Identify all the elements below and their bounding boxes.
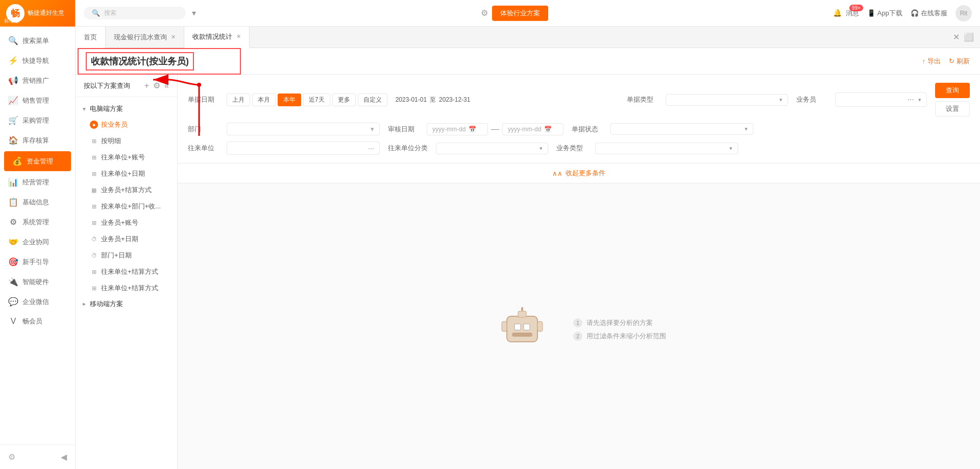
collapse-panel-icon[interactable]: « xyxy=(164,81,169,90)
plan-item-unit-settle1[interactable]: ⊞ 往来单位+结算方式 xyxy=(76,264,177,280)
date-tab-more[interactable]: 更多 xyxy=(332,93,356,106)
date-tab-this-month[interactable]: 本月 xyxy=(252,93,276,106)
gear-plan-icon[interactable]: ⚙ xyxy=(153,81,160,90)
sidebar-item-operations[interactable]: 📊 经营管理 xyxy=(0,172,75,192)
sidebar-item-basic-info[interactable]: 📋 基础信息 xyxy=(0,192,75,212)
sidebar-item-inventory[interactable]: 🏠 库存核算 xyxy=(0,130,75,150)
tab-collection-stats[interactable]: 收款情况统计 ✕ xyxy=(184,27,250,48)
plan-list: ▼ 电脑端方案 ● 按业务员 ⊞ 按明细 ⊞ 往来单位+账号 ⊞ 往来单位 xyxy=(76,97,177,469)
audit-date-to[interactable]: yyyy-mm-dd 📅 xyxy=(502,123,564,135)
close-window-icon[interactable]: ✕ xyxy=(953,32,960,42)
system-icon: ⚙ xyxy=(8,217,18,227)
app-logo: 畅 畅捷通好生意 标准版 xyxy=(0,0,75,27)
date-tab-custom[interactable]: 自定义 xyxy=(358,93,387,106)
plan-item-label: 按来单位+部门+收... xyxy=(101,202,161,211)
sidebar-item-purchase[interactable]: 🛒 采购管理 xyxy=(0,110,75,130)
sidebar-item-enterprise[interactable]: 🤝 企业协同 xyxy=(0,232,75,252)
add-plan-icon[interactable]: + xyxy=(144,81,149,90)
staff-select[interactable]: ··· ▾ xyxy=(835,92,927,107)
plan-item-staff-account[interactable]: ⊞ 业务员+账号 xyxy=(76,215,177,231)
svg-rect-3 xyxy=(512,333,532,337)
plan-item-unit-account[interactable]: ⊞ 往来单位+账号 xyxy=(76,149,177,166)
header-right: 🔔 99+ 消息 📱 App下载 🎧 在线客服 Rit xyxy=(833,5,972,21)
settings-button[interactable]: 设置 xyxy=(935,101,970,116)
expand-arrow-icon: ▼ xyxy=(82,106,87,112)
dept-chevron-icon: ▾ xyxy=(371,125,374,133)
unit-category-select[interactable]: ▾ xyxy=(436,143,548,154)
wechat-icon: 💬 xyxy=(8,297,18,307)
online-service-link[interactable]: 🎧 在线客服 xyxy=(911,9,947,18)
plan-item-by-detail[interactable]: ⊞ 按明细 xyxy=(76,133,177,149)
plan-item-label: 往来单位+日期 xyxy=(101,169,145,178)
sidebar-item-finance[interactable]: 💰 资金管理 xyxy=(4,151,71,171)
date-tab-7days[interactable]: 近7天 xyxy=(303,93,330,106)
settings-icon[interactable]: ⚙ xyxy=(481,8,488,18)
query-button[interactable]: 查询 xyxy=(935,83,970,98)
collapse-sidebar-icon[interactable]: ◀ xyxy=(61,452,67,462)
plan-group-mobile[interactable]: ▼ 移动端方案 xyxy=(76,296,177,312)
plan-group-pc[interactable]: ▼ 电脑端方案 xyxy=(76,101,177,116)
sidebar-item-search[interactable]: 🔍 搜索菜单 xyxy=(0,31,75,51)
plan-item-by-staff[interactable]: ● 按业务员 xyxy=(76,116,177,133)
export-button[interactable]: ↑ 导出 xyxy=(922,57,941,66)
sidebar-item-marketing[interactable]: 📢 营销推广 xyxy=(0,71,75,90)
filter-area: 单据日期 上月 本月 本年 近7天 更多 自定义 2023-01-01 至 20… xyxy=(178,75,980,163)
message-button[interactable]: 🔔 99+ 消息 xyxy=(833,9,859,18)
tab-collection-stats-close[interactable]: ✕ xyxy=(236,33,241,40)
biz-type-label: 业务类型 xyxy=(556,144,587,153)
settings-footer-icon[interactable]: ⚙ xyxy=(8,452,15,462)
plan-item-dept-date[interactable]: ⏱ 部门+日期 xyxy=(76,247,177,264)
unit-account-icon: ⊞ xyxy=(90,153,98,161)
plan-item-staff-settle[interactable]: ▦ 业务员+结算方式 xyxy=(76,182,177,198)
dept-input[interactable]: ▾ xyxy=(227,123,380,135)
refresh-button[interactable]: ↻ 刷新 xyxy=(949,57,970,66)
staff-more-icon[interactable]: ··· xyxy=(905,95,916,104)
plan-item-label: 往来单位+账号 xyxy=(101,153,145,162)
svg-rect-4 xyxy=(518,311,526,317)
type-label: 单据类型 xyxy=(627,95,657,104)
tip-text-2: 用过滤条件来缩小分析范围 xyxy=(586,332,666,341)
filter-row-1: 单据日期 上月 本月 本年 近7天 更多 自定义 2023-01-01 至 20… xyxy=(188,83,970,116)
search-placeholder: 搜索 xyxy=(104,9,116,17)
marketing-icon: 📢 xyxy=(8,76,18,85)
plan-item-staff-date[interactable]: ⏱ 业务员+日期 xyxy=(76,231,177,247)
unit-more-icon[interactable]: ··· xyxy=(368,144,374,152)
audit-label: 审核日期 xyxy=(388,125,419,134)
sidebar-item-system[interactable]: ⚙ 系统管理 xyxy=(0,212,75,232)
tip-num-1: 1 xyxy=(573,318,582,327)
biz-type-select[interactable]: ▾ xyxy=(595,143,738,154)
sidebar-item-hardware[interactable]: 🔌 智能硬件 xyxy=(0,272,75,292)
global-search[interactable]: 🔍 搜索 xyxy=(84,7,186,19)
sidebar-item-wechat[interactable]: 💬 企业微信 xyxy=(0,292,75,312)
plan-item-unit-date[interactable]: ⊞ 往来单位+日期 xyxy=(76,166,177,182)
status-select[interactable]: ▾ xyxy=(610,123,753,135)
maximize-window-icon[interactable]: ⬜ xyxy=(964,32,974,42)
message-badge: 99+ xyxy=(849,5,863,11)
user-avatar[interactable]: Rit xyxy=(955,5,972,21)
sidebar-item-guide[interactable]: 🎯 新手引导 xyxy=(0,252,75,272)
audit-date-range: yyyy-mm-dd 📅 — yyyy-mm-dd 📅 xyxy=(427,123,564,135)
dropdown-icon[interactable]: ▾ xyxy=(192,8,196,18)
unit-input[interactable]: ··· xyxy=(227,142,380,155)
tab-home[interactable]: 首页 xyxy=(76,27,106,48)
app-download-link[interactable]: 📱 App下载 xyxy=(867,9,902,18)
type-select[interactable]: ▾ xyxy=(666,94,788,106)
tab-bank-flow-close[interactable]: ✕ xyxy=(171,34,176,40)
plan-item-unit-settle2[interactable]: ⊞ 往来单位+结算方式 xyxy=(76,280,177,296)
empty-tips: 1 请先选择要分析的方案 2 用过滤条件来缩小分析范围 xyxy=(573,318,666,345)
tab-bank-flow[interactable]: 现金银行流水查询 ✕ xyxy=(106,27,184,48)
staff-chevron-icon: ▾ xyxy=(918,97,921,103)
collapse-bar[interactable]: ∧∧ 收起更多条件 xyxy=(178,163,980,183)
date-tab-this-year[interactable]: 本年 xyxy=(278,93,301,106)
plan-item-label: 业务员+账号 xyxy=(101,218,138,227)
audit-date-from[interactable]: yyyy-mm-dd 📅 xyxy=(427,123,488,135)
sidebar-item-label: 采购管理 xyxy=(22,116,49,125)
refresh-icon: ↻ xyxy=(949,57,954,65)
industry-solution-button[interactable]: 体验行业方案 xyxy=(492,6,548,21)
sidebar-item-member[interactable]: V 畅会员 xyxy=(0,312,75,331)
plan-item-unit-dept[interactable]: ⊞ 按来单位+部门+收... xyxy=(76,198,177,215)
unit-date-icon: ⊞ xyxy=(90,170,98,178)
date-tab-last-month[interactable]: 上月 xyxy=(227,93,250,106)
sidebar-item-sales[interactable]: 📈 销售管理 xyxy=(0,90,75,110)
sidebar-item-quick-nav[interactable]: ⚡ 快捷导航 xyxy=(0,51,75,71)
